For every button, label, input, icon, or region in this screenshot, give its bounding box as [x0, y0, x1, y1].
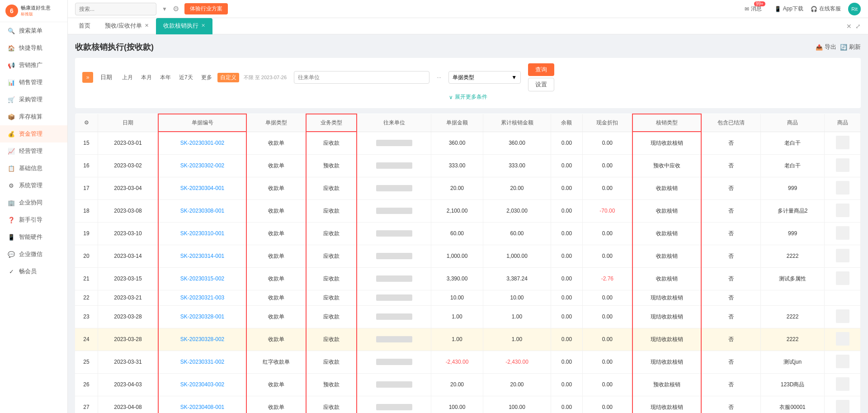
online-service-btn[interactable]: 🎧 在线客服: [811, 5, 841, 13]
date-7days[interactable]: 近7天: [176, 73, 196, 82]
cell-partner: [357, 396, 431, 413]
th-writeoff-type[interactable]: 核销类型: [632, 114, 701, 132]
doc-no-link[interactable]: SK-20230310-001: [180, 230, 224, 237]
table-row: 242023-03-28SK-20230328-002收款单应收款1.001.0…: [75, 328, 861, 351]
th-product-img[interactable]: 商品: [825, 114, 861, 132]
cell-include-settled: 否: [701, 396, 760, 413]
cell-biz-type: 预收款: [306, 373, 357, 396]
tab-write-off[interactable]: 收款核销执行 ✕: [156, 18, 212, 34]
sidebar-item-purchase[interactable]: 🛒 采购管理: [0, 91, 67, 108]
th-product[interactable]: 商品: [760, 114, 825, 132]
tab-actions: ✕ ⤢: [843, 23, 864, 30]
cell-doc-no: SK-20230314-001: [158, 245, 246, 267]
sidebar-item-system[interactable]: ⚙ 系统管理: [0, 177, 67, 194]
th-settings[interactable]: ⚙: [75, 114, 98, 132]
th-doc-type[interactable]: 单据类型: [246, 114, 306, 132]
filter-toggle-btn[interactable]: »: [82, 72, 93, 83]
tab-close-writeoff[interactable]: ✕: [201, 23, 205, 28]
doc-no-link[interactable]: SK-20230328-001: [180, 313, 224, 320]
date-this-month[interactable]: 本月: [138, 73, 155, 82]
sidebar-item-inventory[interactable]: 📦 库存核算: [0, 108, 67, 125]
doc-no-link[interactable]: SK-20230301-002: [180, 140, 224, 146]
tab-home[interactable]: 首页: [71, 18, 98, 34]
doc-no-link[interactable]: SK-20230321-003: [180, 294, 224, 301]
doc-no-link[interactable]: SK-20230314-001: [180, 253, 224, 259]
user-avatar[interactable]: Rit: [848, 3, 861, 15]
doc-no-link[interactable]: SK-20230308-001: [180, 208, 224, 214]
finance-icon: 💰: [7, 130, 15, 138]
date-last-month[interactable]: 上月: [119, 73, 136, 82]
th-partner[interactable]: 往来单位: [357, 114, 431, 132]
tab-close-receivable[interactable]: ✕: [145, 23, 149, 28]
sidebar-item-wechat[interactable]: 💬 企业微信: [0, 246, 67, 263]
cell-include-settled: 否: [701, 328, 760, 351]
sidebar-item-hardware[interactable]: 📱 智能硬件: [0, 228, 67, 246]
sidebar-item-search[interactable]: 🔍 搜索菜单: [0, 22, 67, 39]
doc-type-select[interactable]: 单据类型 ▼: [448, 71, 521, 84]
app-download-btn[interactable]: 📱 App下载: [774, 5, 803, 13]
sidebar-item-marketing[interactable]: 📢 营销推广: [0, 57, 67, 74]
cell-product-img: [825, 267, 861, 290]
sidebar-item-sales[interactable]: 📊 销售管理: [0, 74, 67, 91]
th-total-writeoff[interactable]: 累计核销金额: [483, 114, 551, 132]
cell-date: 2023-03-04: [98, 177, 158, 199]
industry-btn[interactable]: 体验行业方案: [184, 3, 228, 14]
th-amount[interactable]: 单据金额: [431, 114, 483, 132]
sidebar-item-basic[interactable]: 📋 基础信息: [0, 160, 67, 177]
data-table: ⚙ 日期 单据编号 单据类型 业务类型 往来单位 单据金额 累计核销金额 余额 …: [75, 114, 861, 413]
sidebar-item-quick[interactable]: 🏠 快捷导航: [0, 39, 67, 57]
date-custom-btn[interactable]: 自定义: [217, 73, 239, 82]
cell-discount: 0.00: [582, 373, 632, 396]
th-doc-no[interactable]: 单据编号: [158, 114, 246, 132]
setting-btn[interactable]: 设置: [528, 78, 554, 91]
th-biz-type[interactable]: 业务类型: [306, 114, 357, 132]
expand-conditions-btn[interactable]: ∨ 展开更多条件: [82, 91, 854, 103]
cell-row-no: 26: [75, 373, 98, 396]
th-discount[interactable]: 现金折扣: [582, 114, 632, 132]
refresh-btn[interactable]: 🔄 刷新: [840, 43, 861, 51]
cell-doc-type: 收款单: [246, 177, 306, 199]
doc-no-link[interactable]: SK-20230328-002: [180, 336, 224, 342]
doc-no-link[interactable]: SK-20230302-002: [180, 162, 224, 169]
cell-discount: 0.00: [582, 132, 632, 154]
tab-receivable[interactable]: 预收/应收付单 ✕: [98, 18, 156, 34]
doc-no-link[interactable]: SK-20230403-002: [180, 381, 224, 388]
date-label: 日期: [100, 73, 112, 81]
sidebar-item-operations[interactable]: 📈 经营管理: [0, 142, 67, 160]
sidebar-item-member[interactable]: ✓ 畅会员: [0, 263, 67, 280]
doc-no-link[interactable]: SK-20230304-001: [180, 185, 224, 191]
tab-close-btn[interactable]: ✕: [846, 23, 852, 30]
tab-maximize-btn[interactable]: ⤢: [855, 23, 861, 30]
partner-input[interactable]: [294, 71, 429, 84]
cell-product-img: [825, 132, 861, 154]
chevron-down-icon: ∨: [449, 94, 453, 100]
settings-gear-icon[interactable]: ⚙: [173, 5, 179, 13]
doc-no-link[interactable]: SK-20230315-002: [180, 275, 224, 282]
cell-product-img: [825, 177, 861, 199]
message-btn[interactable]: ✉ 消息 99+: [745, 5, 762, 13]
query-btn[interactable]: 查询: [528, 63, 554, 76]
cell-total-writeoff: 100.00: [483, 396, 551, 413]
th-balance[interactable]: 余额: [551, 114, 582, 132]
dropdown-arrow-icon[interactable]: ▼: [162, 6, 167, 12]
sidebar-item-finance[interactable]: 💰 资金管理: [0, 125, 67, 142]
message-icon: ✉: [745, 6, 749, 12]
sidebar-item-enterprise[interactable]: 🏢 企业协同: [0, 194, 67, 211]
cell-biz-type: 应收款: [306, 328, 357, 351]
export-btn[interactable]: 📤 导出: [816, 43, 836, 51]
more-options-icon[interactable]: ···: [437, 74, 441, 81]
date-more[interactable]: 更多: [198, 73, 215, 82]
th-date[interactable]: 日期: [98, 114, 158, 132]
cell-row-no: 17: [75, 177, 98, 199]
doc-no-link[interactable]: SK-20230408-001: [180, 404, 224, 410]
cell-total-writeoff: 360.00: [483, 132, 551, 154]
cell-date: 2023-03-08: [98, 199, 158, 222]
cell-include-settled: 否: [701, 154, 760, 177]
cell-discount: -2.76: [582, 267, 632, 290]
topbar-search-input[interactable]: [75, 3, 156, 15]
sidebar-item-guide[interactable]: ❓ 新手引导: [0, 211, 67, 228]
cell-biz-type: 应收款: [306, 305, 357, 328]
doc-no-link[interactable]: SK-20230331-002: [180, 359, 224, 365]
th-include-settled[interactable]: 包含已结清: [701, 114, 760, 132]
date-this-year[interactable]: 本年: [157, 73, 174, 82]
